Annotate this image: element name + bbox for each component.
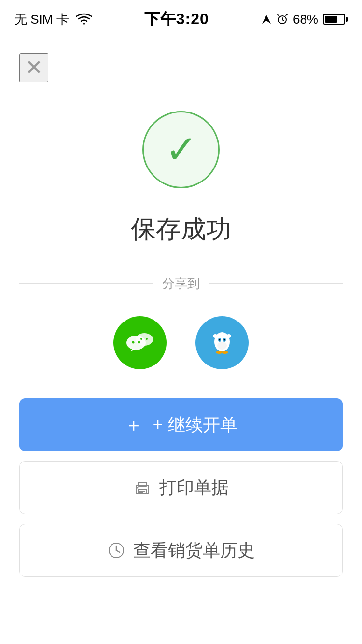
main-content: ✕ ✓ 保存成功 分享到 [0,39,362,577]
svg-line-4 [286,14,287,15]
svg-point-8 [138,341,140,344]
status-left: 无 SIM 卡 [14,11,92,28]
svg-point-10 [146,338,148,340]
svg-point-14 [219,339,220,340]
status-bar: 无 SIM 卡 下午3:20 68% [0,0,362,39]
svg-point-20 [216,351,223,354]
share-divider-row: 分享到 [19,275,343,292]
close-icon: ✕ [25,57,43,78]
battery-icon [323,14,348,25]
wechat-share-button[interactable] [113,316,167,369]
battery-percent: 68% [293,12,318,27]
svg-point-6 [136,333,153,346]
svg-point-17 [217,342,227,350]
wechat-icon [123,326,157,360]
share-icons [19,316,343,369]
svg-point-15 [223,339,225,340]
history-button[interactable]: 查看销货单历史 [19,524,343,577]
qq-share-button[interactable] [195,316,249,369]
divider-right [209,283,343,284]
share-label: 分享到 [162,275,200,292]
divider-left [19,283,153,284]
success-title: 保存成功 [131,212,231,246]
svg-point-27 [137,487,139,489]
svg-line-3 [278,14,279,15]
svg-line-2 [282,20,284,21]
print-label: 打印单据 [159,476,229,500]
svg-point-7 [132,341,135,344]
continue-label: + 继续开单 [153,413,237,437]
location-icon [261,14,272,25]
continue-button[interactable]: ＋ + 继续开单 [19,398,343,451]
print-button[interactable]: 打印单据 [19,461,343,514]
action-buttons: ＋ + 继续开单 打印单据 查看销货单历史 [19,398,343,577]
svg-point-21 [222,351,228,354]
wifi-icon [76,13,92,26]
continue-icon: ＋ [125,413,143,437]
alarm-icon [277,14,288,25]
checkmark-icon: ✓ [165,130,197,169]
status-time: 下午3:20 [144,9,209,30]
close-button[interactable]: ✕ [19,53,48,82]
qq-icon [207,327,238,359]
svg-line-30 [116,550,120,552]
print-icon [133,478,152,497]
svg-point-19 [226,334,231,338]
sim-status: 无 SIM 卡 [14,11,69,28]
status-right: 68% [261,12,348,27]
history-label: 查看销货单历史 [133,539,255,562]
svg-point-18 [213,334,218,338]
success-circle: ✓ [142,111,220,188]
history-icon [107,541,125,560]
svg-point-9 [140,338,142,340]
share-section: 分享到 [19,275,343,369]
